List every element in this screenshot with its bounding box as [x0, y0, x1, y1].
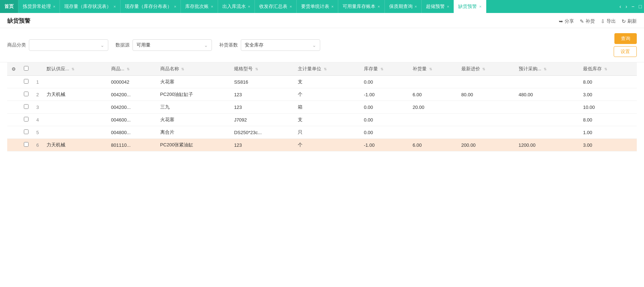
- row-checkbox[interactable]: [24, 142, 29, 147]
- col-min-stock-label: 最低库存: [583, 66, 602, 71]
- tab-prev-button[interactable]: ‹: [617, 0, 623, 13]
- replenish-base-select[interactable]: 安全库存 ⌄: [241, 39, 320, 51]
- tab-overstock[interactable]: 超储预警 ×: [422, 0, 454, 13]
- tab-inventory-dist[interactable]: 现存量（库存分布表） ×: [121, 0, 181, 13]
- close-icon[interactable]: ×: [290, 4, 292, 9]
- col-product-name[interactable]: 商品名称 ⇅: [157, 62, 231, 76]
- tab-expiry-query[interactable]: 保质期查询 ×: [385, 0, 422, 13]
- refresh-button[interactable]: ↻ 刷新: [622, 18, 637, 25]
- row-product-code: 0000042: [108, 76, 157, 88]
- row-checkbox[interactable]: [24, 117, 29, 122]
- close-icon[interactable]: ×: [378, 4, 380, 9]
- row-product-name: 火花塞: [157, 114, 231, 126]
- tab-order-stats[interactable]: 要货单统计表 ×: [297, 0, 338, 13]
- row-checkbox-cell[interactable]: [20, 88, 32, 101]
- close-icon[interactable]: ×: [113, 4, 116, 9]
- row-checkbox[interactable]: [24, 79, 29, 84]
- tab-inventory-dist-label: 现存量（库存分布表）: [125, 3, 172, 10]
- row-product-code: 801110...: [108, 139, 157, 151]
- row-replenish-qty: 6.00: [409, 88, 458, 101]
- tab-receipt-summary[interactable]: 收发存汇总表 ×: [255, 0, 296, 13]
- select-all-checkbox[interactable]: [24, 66, 29, 71]
- refresh-label: 刷新: [627, 18, 637, 25]
- row-settings-cell: [7, 88, 20, 101]
- col-product-code-label: 商品...: [111, 66, 125, 71]
- tab-exception-label: 拣货异常处理: [23, 3, 51, 10]
- row-checkbox[interactable]: [24, 92, 29, 96]
- row-settings-cell: [7, 114, 20, 126]
- col-default-supplier[interactable]: 默认供应... ⇅: [43, 62, 108, 76]
- close-icon[interactable]: ×: [415, 4, 417, 9]
- col-replenish-qty[interactable]: 补货量 ⇅: [409, 62, 458, 76]
- row-checkbox-cell[interactable]: [20, 139, 32, 151]
- close-icon[interactable]: ×: [479, 4, 481, 9]
- tab-batch-account[interactable]: 库存批次账 ×: [181, 0, 218, 13]
- sort-icon: ⇅: [380, 67, 383, 71]
- tab-inout-flow[interactable]: 出入库流水 ×: [218, 0, 255, 13]
- col-spec[interactable]: 规格型号 ⇅: [230, 62, 294, 76]
- row-number: 1: [32, 76, 43, 88]
- tab-minimize-button[interactable]: −: [629, 0, 636, 13]
- tab-inventory-status[interactable]: 现存量（库存状况表） ×: [60, 0, 120, 13]
- col-latest-price[interactable]: 最新进价 ⇅: [458, 62, 515, 76]
- col-product-code[interactable]: 商品... ⇅: [108, 62, 157, 76]
- col-rownum: [32, 62, 43, 76]
- row-checkbox-cell[interactable]: [20, 101, 32, 114]
- row-replenish-qty: [409, 126, 458, 139]
- col-unit-label: 主计量单位: [298, 66, 321, 71]
- row-unit: 箱: [294, 101, 360, 114]
- col-checkbox[interactable]: [20, 62, 32, 76]
- col-unit[interactable]: 主计量单位 ⇅: [294, 62, 360, 76]
- row-number: 5: [32, 126, 43, 139]
- close-icon[interactable]: ×: [248, 4, 250, 9]
- close-icon[interactable]: ×: [331, 4, 334, 9]
- col-est-purchase[interactable]: 预计采购... ⇅: [515, 62, 580, 76]
- row-latest-price: [458, 76, 515, 88]
- replenish-base-label: 补货基数: [219, 42, 238, 48]
- close-icon[interactable]: ×: [174, 4, 176, 9]
- tab-overstock-label: 超储预警: [426, 3, 445, 10]
- col-settings[interactable]: ⚙: [7, 62, 20, 76]
- share-button[interactable]: ➥ 分享: [559, 18, 574, 25]
- row-latest-price: [458, 114, 515, 126]
- row-settings-cell: [7, 139, 20, 151]
- row-checkbox-cell[interactable]: [20, 76, 32, 88]
- export-button[interactable]: ⇩ 导出: [601, 18, 616, 25]
- settings-button[interactable]: 设置: [614, 46, 637, 57]
- tab-available-ledger[interactable]: 可用量库存账本 ×: [338, 0, 384, 13]
- tab-shortage[interactable]: 缺货预警 ×: [454, 0, 486, 13]
- tab-inout-flow-label: 出入库流水: [222, 3, 246, 10]
- row-stock-qty: 0.00: [360, 76, 409, 88]
- row-replenish-qty: 6.00: [409, 139, 458, 151]
- tab-bar: 首页 拣货异常处理 × 现存量（库存状况表） × 现存量（库存分布表） × 库存…: [0, 0, 644, 13]
- row-spec: SS816: [230, 76, 294, 88]
- tab-exception[interactable]: 拣货异常处理 ×: [18, 0, 60, 13]
- close-icon[interactable]: ×: [53, 4, 55, 9]
- close-icon[interactable]: ×: [211, 4, 213, 9]
- sort-icon: ⇅: [71, 67, 74, 71]
- row-product-name: PC200油缸缸子: [157, 88, 231, 101]
- tab-shortage-label: 缺货预警: [458, 3, 477, 10]
- row-checkbox-cell[interactable]: [20, 126, 32, 139]
- tab-next-button[interactable]: ›: [623, 0, 630, 13]
- row-min-stock: 8.00: [579, 114, 637, 126]
- tab-home[interactable]: 首页: [0, 0, 18, 13]
- close-icon[interactable]: ×: [447, 4, 449, 9]
- table-container: ⚙ 默认供应... ⇅ 商品... ⇅ 商品名称: [0, 62, 644, 151]
- row-default-supplier: [43, 76, 108, 88]
- row-checkbox-cell[interactable]: [20, 114, 32, 126]
- col-min-stock[interactable]: 最低库存 ⇅: [579, 62, 637, 76]
- row-checkbox[interactable]: [24, 104, 29, 109]
- replenish-button[interactable]: ✎ 补货: [580, 18, 595, 25]
- tab-maximize-button[interactable]: □: [637, 0, 644, 13]
- row-number: 3: [32, 101, 43, 114]
- datasource-select[interactable]: 可用量 ⌄: [132, 39, 212, 51]
- row-checkbox[interactable]: [24, 129, 29, 134]
- col-stock-qty[interactable]: 库存量 ⇅: [360, 62, 409, 76]
- category-select[interactable]: ⌄: [29, 39, 108, 51]
- col-replenish-qty-label: 补货量: [413, 66, 427, 71]
- tab-receipt-summary-label: 收发存汇总表: [259, 3, 287, 10]
- row-replenish-qty: [409, 76, 458, 88]
- query-button[interactable]: 查询: [614, 33, 637, 44]
- col-product-name-label: 商品名称: [160, 66, 179, 71]
